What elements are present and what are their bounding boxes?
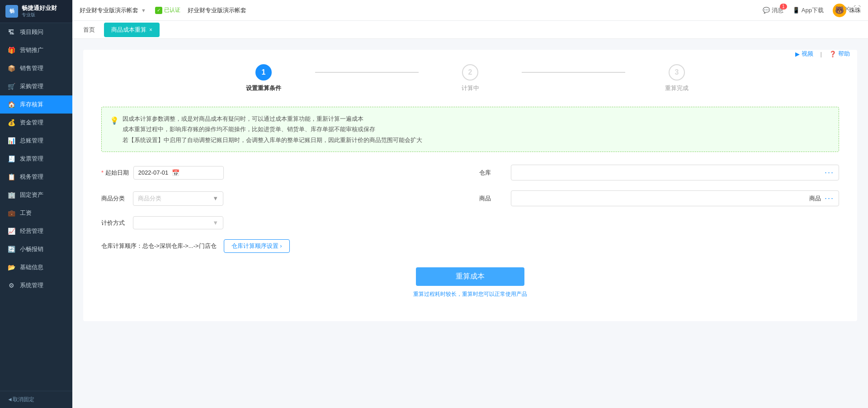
calendar-icon: 📅 <box>172 169 179 176</box>
sidebar-item-label-system: 系统管理 <box>20 281 43 289</box>
sidebar-item-project[interactable]: 🏗 项目顾问 <box>0 23 72 41</box>
sidebar-subtitle: 专业版 <box>22 12 57 18</box>
sidebar-app-title: 畅捷通好业财 <box>22 5 57 12</box>
goods-input[interactable]: 商品 ··· <box>511 190 839 206</box>
finance-icon: 💰 <box>7 119 15 127</box>
sidebar-footer-unpin[interactable]: ◄取消固定 <box>0 391 72 408</box>
sidebar-item-label-basic: 基础信息 <box>20 263 43 271</box>
category-arrow-icon: ▼ <box>212 195 218 202</box>
sidebar-logo: 畅 <box>5 5 18 18</box>
sidebar-item-management[interactable]: 📈 经营管理 <box>0 222 72 240</box>
assets-icon: 🏢 <box>7 191 15 199</box>
recalc-area: 重算成本 重算过程耗时较长，重算时您可以正常使用产品 <box>101 267 839 298</box>
expense-icon: 🔄 <box>7 245 15 253</box>
app-download-button[interactable]: 📱 App下载 <box>793 6 824 14</box>
expand-panel-button[interactable]: ⛶ <box>854 5 861 13</box>
warehouse-input[interactable]: ··· <box>511 165 839 180</box>
sidebar-item-basic[interactable]: 📂 基础信息 <box>0 258 72 276</box>
help-links: ▶ 视频 | ❓ 帮助 <box>795 50 850 58</box>
tab-cost-recalculate-label: 商品成本重算 <box>111 26 146 34</box>
sidebar-item-salary[interactable]: 💼 工资 <box>0 204 72 222</box>
form-group-goods: 商品 商品 ··· <box>479 190 839 206</box>
sidebar-item-label-sales: 销售管理 <box>20 64 43 72</box>
category-placeholder: 商品分类 <box>138 195 161 203</box>
tax-icon: 📋 <box>7 173 15 181</box>
warehouse-label: 仓库 <box>479 169 506 177</box>
sidebar-item-accounting[interactable]: 📊 总账管理 <box>0 132 72 150</box>
accounting-icon: 📊 <box>7 137 15 145</box>
goods-dots-icon: ··· <box>825 194 834 203</box>
warehouse-order-btn[interactable]: 仓库计算顺序设置 › <box>224 239 290 253</box>
sidebar-item-tax[interactable]: 📋 税务管理 <box>0 168 72 186</box>
sidebar-nav: 🏗 项目顾问 🎁 营销推广 📦 销售管理 🛒 采购管理 🏠 库存核算 💰 资金管… <box>0 23 72 391</box>
start-date-label: 起始日期 <box>101 169 129 177</box>
tab-cost-recalculate[interactable]: 商品成本重算 × <box>104 23 160 37</box>
help-link[interactable]: ❓ 帮助 <box>829 50 850 58</box>
info-line2: 成本重算过程中，影响库存账的操作均不能操作，比如进货单、销货单、库存单据不能审核… <box>123 124 422 134</box>
topbar-verified-label: 已认证 <box>164 6 180 14</box>
sidebar-item-purchase[interactable]: 🛒 采购管理 <box>0 77 72 95</box>
marketing-icon: 🎁 <box>7 46 15 54</box>
topbar-account-selector[interactable]: 好业财专业版演示帐套 ▼ <box>80 6 146 14</box>
topbar: 好业财专业版演示帐套 ▼ ✓ 已认证 好业财专业版演示帐套 💬 消息 1 📱 A… <box>72 0 868 21</box>
sidebar-item-assets[interactable]: 🏢 固定资产 <box>0 186 72 204</box>
tab-home[interactable]: 首页 <box>76 23 102 37</box>
sidebar-item-label-management: 经营管理 <box>20 227 43 235</box>
basic-icon: 📂 <box>7 263 15 271</box>
salary-icon: 💼 <box>7 209 15 217</box>
step-1-label: 设置重算条件 <box>246 84 281 92</box>
info-box: 💡 因成本计算参数调整，或是对商品成本有疑问时，可以通过成本重算功能，重新计算一… <box>101 107 839 152</box>
form-group-warehouse: 仓库 ··· <box>479 165 839 180</box>
sidebar-title-block: 畅捷通好业财 专业版 <box>22 5 57 18</box>
sidebar-item-finance[interactable]: 💰 资金管理 <box>0 114 72 132</box>
sidebar-item-label-assets: 固定资产 <box>20 191 43 199</box>
category-label: 商品分类 <box>101 195 128 203</box>
purchase-icon: 🛒 <box>7 82 15 90</box>
tab-close-icon[interactable]: × <box>149 27 152 33</box>
invoice-icon: 🧾 <box>7 155 15 163</box>
goods-placeholder: 商品 <box>809 195 821 203</box>
recalc-hint: 重算过程耗时较长，重算时您可以正常使用产品 <box>413 290 527 298</box>
sidebar-item-expense[interactable]: 🔄 小畅报销 <box>0 240 72 258</box>
step-3: 3 重算完成 <box>625 64 728 92</box>
shield-icon: ✓ <box>155 7 162 14</box>
info-line1: 因成本计算参数调整，或是对商品成本有疑问时，可以通过成本重算功能，重新计算一遍成… <box>123 114 422 124</box>
info-line3: 若【系统设置】中启用了自动调整记账日期时，会调整入库单的整单记账日期，因此重新计… <box>123 135 422 145</box>
topbar-verified-badge: ✓ 已认证 <box>155 6 180 14</box>
sidebar-item-system[interactable]: ⚙ 系统管理 <box>0 276 72 294</box>
content-card: ▶ 视频 | ❓ 帮助 1 设置重算条件 2 计算中 <box>83 50 857 321</box>
sidebar-item-label-project: 项目顾问 <box>20 28 43 36</box>
topbar-account-label: 好业财专业版演示帐套 <box>80 6 138 14</box>
sidebar: 畅 畅捷通好业财 专业版 🏗 项目顾问 🎁 营销推广 📦 销售管理 🛒 采购管理… <box>0 0 72 408</box>
sidebar-header: 畅 畅捷通好业财 专业版 <box>0 0 72 23</box>
video-link[interactable]: ▶ 视频 <box>795 50 813 58</box>
sidebar-item-sales[interactable]: 📦 销售管理 <box>0 59 72 77</box>
project-icon: 🏗 <box>7 28 15 36</box>
category-select[interactable]: 商品分类 ▼ <box>133 191 223 206</box>
form-row-1: 起始日期 2022-07-01 📅 仓库 ··· <box>101 165 839 180</box>
sidebar-item-invoice[interactable]: 🧾 发票管理 <box>0 150 72 168</box>
step-3-label: 重算完成 <box>665 84 689 92</box>
close-panel-button[interactable]: ✕ <box>844 5 850 13</box>
mobile-icon: 📱 <box>793 7 800 14</box>
pricing-select[interactable]: ▼ <box>133 216 223 229</box>
topbar-company-name: 好业财专业版演示帐套 <box>188 6 246 14</box>
play-icon: ▶ <box>795 51 800 57</box>
video-label: 视频 <box>802 50 813 58</box>
recalc-button[interactable]: 重算成本 <box>416 267 524 286</box>
step-2: 2 计算中 <box>419 64 522 92</box>
sidebar-item-label-tax: 税务管理 <box>20 173 43 181</box>
step-3-circle: 3 <box>669 64 685 81</box>
pricing-arrow-icon: ▼ <box>212 219 218 226</box>
warehouse-order-label: 仓库计算顺序：总仓->深圳仓库->...->门店仓 <box>101 242 217 250</box>
topbar-account-arrow-icon: ▼ <box>141 8 146 13</box>
sidebar-item-marketing[interactable]: 🎁 营销推广 <box>0 41 72 59</box>
sidebar-item-inventory[interactable]: 🏠 库存核算 <box>0 95 72 114</box>
message-button[interactable]: 💬 消息 1 <box>763 6 783 14</box>
start-date-input[interactable]: 2022-07-01 📅 <box>133 166 224 180</box>
step-connector-2 <box>522 72 625 73</box>
form-row-pricing: 计价方式 ▼ <box>101 216 839 229</box>
warehouse-order-row: 仓库计算顺序：总仓->深圳仓库->...->门店仓 仓库计算顺序设置 › <box>101 239 839 253</box>
window-controls: ✕ ⛶ <box>844 5 861 13</box>
sidebar-item-label-marketing: 营销推广 <box>20 46 43 54</box>
